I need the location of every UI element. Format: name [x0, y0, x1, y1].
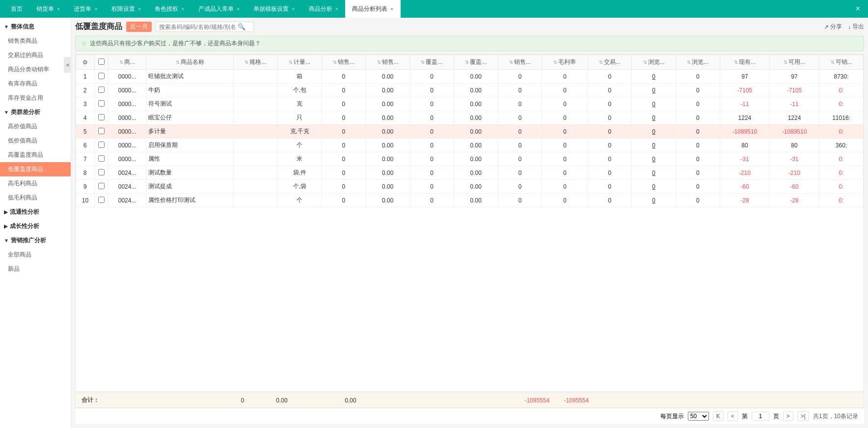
sidebar-collapse-btn[interactable]: « — [64, 57, 71, 73]
row-checkbox-cell[interactable] — [94, 111, 108, 125]
col-browse2[interactable]: ⇅浏览... — [676, 55, 720, 70]
nav-product-analysis-close[interactable]: × — [335, 6, 338, 12]
row-checkbox-cell[interactable] — [94, 139, 108, 152]
row-sales-amt: 0.00 — [366, 152, 410, 166]
nav-permission-close[interactable]: × — [138, 6, 141, 12]
sidebar-item-in-stock[interactable]: 有库存商品 — [0, 77, 71, 91]
row-checkbox-cell[interactable] — [94, 194, 108, 207]
nav-product-storage[interactable]: 产成品入库单 × — [191, 0, 246, 18]
sidebar-item-low-coverage[interactable]: 低覆盖度商品 — [0, 162, 71, 176]
col-unit[interactable]: ⇅计量... — [277, 55, 322, 70]
nav-role-auth[interactable]: 角色授权 × — [148, 0, 191, 18]
sidebar-section-cluster[interactable]: ▼ 类群差分析 — [0, 105, 71, 119]
sidebar-item-low-value[interactable]: 低价值商品 — [0, 134, 71, 148]
sidebar-item-high-value[interactable]: 高价值商品 — [0, 119, 71, 134]
sidebar-section-overall[interactable]: ▼ 整体信息 — [0, 20, 71, 34]
col-gross-rate[interactable]: ⇅毛利率 — [542, 55, 588, 70]
row-browse1[interactable]: 0 — [632, 152, 676, 166]
row-checkbox-cell[interactable] — [94, 166, 108, 180]
time-filter-button[interactable]: 近一月 — [126, 22, 152, 32]
col-available[interactable]: ⇅可用... — [769, 55, 819, 70]
sidebar-item-sales-goods[interactable]: 销售类商品 — [0, 34, 71, 48]
sidebar-item-high-coverage[interactable]: 高覆盖度商品 — [0, 148, 71, 162]
nav-template-close[interactable]: × — [292, 6, 295, 12]
nav-sales-order-close[interactable]: × — [57, 6, 60, 12]
page-size-select[interactable]: 50 100 200 — [688, 412, 709, 421]
sidebar-section-liquidity[interactable]: ▶ 流通性分析 — [0, 205, 71, 219]
sidebar-section-growth[interactable]: ▶ 成长性分析 — [0, 219, 71, 233]
row-checkbox-cell[interactable] — [94, 97, 108, 111]
sidebar-item-new-goods[interactable]: 新品 — [0, 262, 71, 276]
nav-product-analysis[interactable]: 商品分析 × — [302, 0, 345, 18]
row-browse1[interactable]: 0 — [632, 111, 676, 125]
row-browse1[interactable]: 0 — [632, 84, 676, 97]
nav-close-all[interactable]: × — [852, 4, 864, 13]
row-browse1[interactable]: 0 — [632, 180, 676, 194]
col-checkbox-all[interactable] — [94, 55, 108, 70]
row-checkbox-cell[interactable] — [94, 180, 108, 194]
last-page-button[interactable]: >| — [797, 411, 809, 421]
sidebar-item-all-goods[interactable]: 全部商品 — [0, 248, 71, 262]
col-sales-qty[interactable]: ⇅销售... — [322, 55, 366, 70]
share-button[interactable]: ↗ 分享 — [824, 23, 842, 31]
row-browse1[interactable]: 0 — [632, 97, 676, 111]
row-checkbox[interactable] — [98, 86, 105, 93]
col-saleable[interactable]: ⇅可销... — [819, 55, 864, 70]
nav-permission-settings[interactable]: 权限设置 × — [105, 0, 148, 18]
row-checkbox[interactable] — [98, 142, 105, 148]
row-browse1[interactable]: 0 — [632, 139, 676, 152]
col-trade[interactable]: ⇅交易... — [588, 55, 632, 70]
col-current[interactable]: ⇅现有... — [720, 55, 769, 70]
row-checkbox[interactable] — [98, 128, 105, 134]
sidebar-item-stock-funds[interactable]: 库存资金占用 — [0, 91, 71, 105]
search-icon[interactable]: 🔍 — [238, 23, 245, 30]
row-checkbox-cell[interactable] — [94, 84, 108, 97]
sidebar-item-category-turnover[interactable]: 商品分类动销率 — [0, 62, 71, 77]
footer-cells: 0 0.00 0.00 -1095554 -1095554 — [105, 397, 858, 404]
checkbox-all[interactable] — [98, 58, 105, 65]
nav-purchase-close[interactable]: × — [94, 6, 97, 12]
row-browse1[interactable]: 0 — [632, 70, 676, 84]
sidebar-section-marketing[interactable]: ▼ 营销推广分析 — [0, 233, 71, 248]
prev-page-button[interactable]: < — [728, 411, 738, 421]
row-checkbox[interactable] — [98, 169, 105, 175]
nav-home[interactable]: 首页 — [4, 0, 29, 18]
row-checkbox[interactable] — [98, 155, 105, 162]
col-settings[interactable]: ⚙ — [76, 55, 95, 70]
col-code[interactable]: ⇅商... — [108, 55, 146, 70]
first-page-button[interactable]: K — [713, 411, 724, 421]
col-name[interactable]: ⇅商品名称 — [146, 55, 234, 70]
col-sales-amt[interactable]: ⇅销售... — [366, 55, 410, 70]
row-checkbox[interactable] — [98, 73, 105, 79]
row-checkbox[interactable] — [98, 114, 105, 120]
col-browse1[interactable]: ⇅浏览... — [632, 55, 676, 70]
export-button[interactable]: ↓ 导出 — [848, 23, 864, 31]
row-browse1[interactable]: 0 — [632, 166, 676, 180]
col-cov2[interactable]: ⇅覆盖... — [454, 55, 498, 70]
sidebar-item-low-profit[interactable]: 低毛利商品 — [0, 191, 71, 205]
row-checkbox-cell[interactable] — [94, 152, 108, 166]
row-checkbox-cell[interactable] — [94, 125, 108, 139]
nav-product-storage-close[interactable]: × — [237, 6, 240, 12]
search-input[interactable] — [159, 24, 238, 30]
row-gross-rate: 0 — [542, 152, 588, 166]
page-number-input[interactable] — [752, 412, 769, 421]
nav-template-settings[interactable]: 单据模板设置 × — [246, 0, 301, 18]
row-checkbox[interactable] — [98, 197, 105, 203]
nav-product-analysis-list[interactable]: 商品分析列表 × — [345, 0, 400, 18]
row-browse1[interactable]: 0 — [632, 125, 676, 139]
row-checkbox[interactable] — [98, 100, 105, 107]
col-sales-num[interactable]: ⇅销售... — [498, 55, 542, 70]
next-page-button[interactable]: > — [783, 411, 793, 421]
row-browse1[interactable]: 0 — [632, 194, 676, 207]
nav-sales-order[interactable]: 销货单 × — [29, 0, 67, 18]
nav-purchase-order[interactable]: 进货单 × — [67, 0, 104, 18]
sidebar-item-traded-goods[interactable]: 交易过的商品 — [0, 48, 71, 62]
nav-product-analysis-list-close[interactable]: × — [390, 6, 393, 12]
row-checkbox[interactable] — [98, 183, 105, 189]
nav-role-close[interactable]: × — [181, 6, 184, 12]
col-cov1[interactable]: ⇅覆盖... — [410, 55, 454, 70]
sidebar-item-high-profit[interactable]: 高毛利商品 — [0, 176, 71, 191]
row-checkbox-cell[interactable] — [94, 70, 108, 84]
col-spec[interactable]: ⇅规格... — [234, 55, 278, 70]
